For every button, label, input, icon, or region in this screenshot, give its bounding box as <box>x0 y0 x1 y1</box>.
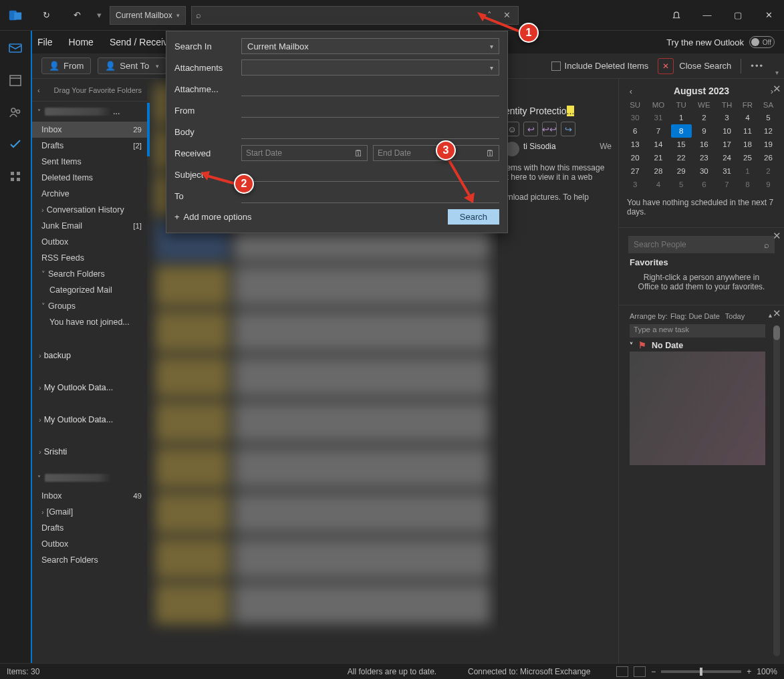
qat-more-icon[interactable]: ▾ <box>92 0 106 31</box>
search-input[interactable] <box>205 10 479 20</box>
window-maximize-button[interactable]: ▢ <box>723 0 753 31</box>
calendar-day[interactable]: 31 <box>716 164 737 178</box>
tasks-scrollbar[interactable] <box>773 325 780 656</box>
calendar-close-icon[interactable]: ✕ <box>773 83 781 95</box>
zoom-out-button[interactable]: − <box>651 667 656 676</box>
calendar-day[interactable]: 10 <box>716 124 737 138</box>
from-button[interactable]: 👤 From <box>41 57 91 74</box>
zoom-slider[interactable] <box>661 670 741 673</box>
sync-icon[interactable]: ↻ <box>31 0 61 31</box>
calendar-day[interactable]: 25 <box>737 151 758 164</box>
adv-start-date[interactable]: Start Date🗓 <box>241 145 368 161</box>
include-deleted-checkbox[interactable]: Include Deleted Items <box>551 61 649 71</box>
sent-to-button[interactable]: 👤 Sent To <box>98 57 166 74</box>
calendar-day[interactable]: 11 <box>737 124 758 138</box>
window-minimize-button[interactable]: — <box>692 0 723 31</box>
calendar-icon[interactable] <box>7 72 23 88</box>
mini-calendar[interactable]: SUMOTUWETHFRSA 3031123456789101112131415… <box>624 99 779 191</box>
calendar-day[interactable]: 21 <box>646 151 670 164</box>
adv-searchin-select[interactable]: Current Mailbox <box>241 38 499 54</box>
calendar-day[interactable]: 16 <box>692 138 716 151</box>
people-icon[interactable] <box>7 104 23 120</box>
menu-home[interactable]: Home <box>69 37 94 47</box>
folder-backup[interactable]: ›backup <box>32 340 147 372</box>
folder-outlook-data-2[interactable]: ›My Outlook Data... <box>32 404 147 436</box>
view-reading-button[interactable] <box>634 666 646 677</box>
calendar-day[interactable]: 2 <box>758 164 779 178</box>
more-apps-icon[interactable] <box>7 168 23 184</box>
calendar-day[interactable]: 12 <box>758 124 779 138</box>
folder-groups[interactable]: ˅Groups <box>32 298 147 314</box>
calendar-day[interactable]: 4 <box>737 111 758 124</box>
calendar-day[interactable]: 31 <box>646 111 670 124</box>
adv-body-input[interactable] <box>241 124 499 139</box>
calendar-day[interactable]: 9 <box>758 178 779 191</box>
account-header[interactable]: ˅... <box>32 102 147 122</box>
ribbon-collapse-icon[interactable]: ▾ <box>775 69 779 76</box>
more-options-icon[interactable]: ••• <box>751 61 764 71</box>
calendar-day[interactable]: 2 <box>692 111 716 124</box>
account2-header[interactable]: ˅ <box>32 468 147 488</box>
calendar-day[interactable]: 19 <box>758 138 779 151</box>
calendar-day[interactable]: 4 <box>646 178 670 191</box>
view-normal-button[interactable] <box>616 666 628 677</box>
folder-srishti[interactable]: ›Srishti <box>32 436 147 468</box>
calendar-day[interactable]: 6 <box>624 124 646 138</box>
folder-outlook-data-1[interactable]: ›My Outlook Data... <box>32 372 147 404</box>
calendar-day[interactable]: 7 <box>646 124 670 138</box>
folder-outbox-2[interactable]: Outbox <box>32 536 147 552</box>
calendar-day[interactable]: 5 <box>671 178 692 191</box>
calendar-day[interactable]: 20 <box>624 151 646 164</box>
search-box[interactable]: ⌕ ˄ ✕ <box>191 6 519 25</box>
undo-icon[interactable]: ↶ <box>61 0 92 31</box>
tasks-arrange-by[interactable]: Arrange by: Flag: Due Date Today ▲ <box>624 309 779 323</box>
adv-attachment-input[interactable] <box>241 82 499 96</box>
add-more-options-button[interactable]: + Add more options <box>174 212 252 222</box>
calendar-day[interactable]: 22 <box>671 151 692 164</box>
folder-rss-feeds[interactable]: RSS Feeds <box>32 250 147 266</box>
folder-categorized-mail[interactable]: Categorized Mail <box>32 282 147 298</box>
people-search[interactable]: ⌕ <box>628 236 775 253</box>
calendar-day[interactable]: 15 <box>671 138 692 151</box>
calendar-day[interactable]: 29 <box>671 164 692 178</box>
try-new-outlook-toggle[interactable]: Off <box>749 36 775 48</box>
folder-drafts[interactable]: Drafts[2] <box>32 138 147 154</box>
folder-groups-empty[interactable]: You have not joined... <box>32 314 147 330</box>
people-search-input[interactable] <box>634 240 760 249</box>
calendar-day[interactable]: 30 <box>624 111 646 124</box>
tasks-icon[interactable] <box>7 136 23 152</box>
calendar-day[interactable]: 27 <box>624 164 646 178</box>
calendar-day[interactable]: 1 <box>737 164 758 178</box>
reply-all-button[interactable]: ↩↩ <box>542 122 557 136</box>
menu-file[interactable]: File <box>37 37 53 47</box>
folder-outbox[interactable]: Outbox <box>32 234 147 250</box>
folder-archive[interactable]: Archive <box>32 186 147 202</box>
folder-drafts-2[interactable]: Drafts <box>32 520 147 536</box>
calendar-day[interactable]: 23 <box>692 151 716 164</box>
calendar-day[interactable]: 8 <box>671 124 692 138</box>
folder-gmail[interactable]: ›[Gmail] <box>32 504 147 520</box>
calendar-day[interactable]: 14 <box>646 138 670 151</box>
folder-sent-items[interactable]: Sent Items <box>32 154 147 170</box>
calendar-day[interactable]: 24 <box>716 151 737 164</box>
calendar-day[interactable]: 17 <box>716 138 737 151</box>
mail-icon[interactable] <box>7 40 23 56</box>
calendar-day[interactable]: 8 <box>737 178 758 191</box>
calendar-day[interactable]: 30 <box>692 164 716 178</box>
folder-inbox[interactable]: Inbox29 <box>32 122 147 138</box>
calendar-day[interactable]: 3 <box>624 178 646 191</box>
folder-deleted-items[interactable]: Deleted Items <box>32 170 147 186</box>
adv-from-input[interactable] <box>241 103 499 118</box>
people-close-icon[interactable]: ✕ <box>773 230 781 242</box>
search-scope-dropdown[interactable]: Current Mailbox ▾ <box>110 6 186 25</box>
calendar-day[interactable]: 13 <box>624 138 646 151</box>
folder-search-folders[interactable]: ˅Search Folders <box>32 266 147 282</box>
calendar-day[interactable]: 7 <box>716 178 737 191</box>
prev-month-icon[interactable]: ‹ <box>624 86 638 96</box>
window-close-button[interactable]: ✕ <box>753 0 784 31</box>
no-date-group[interactable]: ˅ ⚑ No Date <box>630 340 765 350</box>
notifications-icon[interactable] <box>661 0 692 31</box>
calendar-day[interactable]: 1 <box>671 111 692 124</box>
close-search-button[interactable]: ✕ Close Search <box>658 58 731 74</box>
calendar-day[interactable]: 28 <box>646 164 670 178</box>
